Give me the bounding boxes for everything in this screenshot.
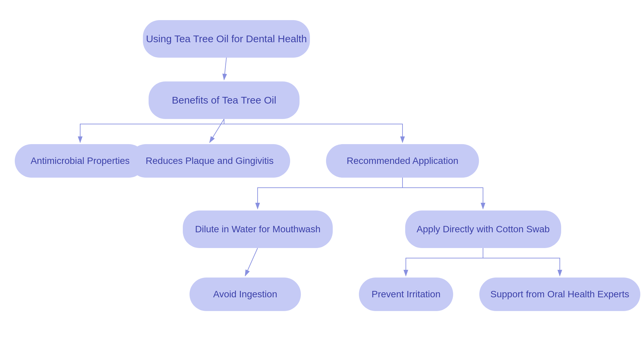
node-benefits: Benefits of Tea Tree Oil <box>149 81 300 119</box>
node-avoid: Avoid Ingestion <box>190 278 301 311</box>
node-root: Using Tea Tree Oil for Dental Health <box>143 20 310 58</box>
node-dilute: Dilute in Water for Mouthwash <box>183 210 333 248</box>
diagram-container: Using Tea Tree Oil for Dental Health Ben… <box>0 0 644 363</box>
svg-line-2 <box>210 119 224 142</box>
node-antimicrobial: Antimicrobial Properties <box>15 144 146 178</box>
node-apply: Apply Directly with Cotton Swab <box>405 210 561 248</box>
node-plaque: Reduces Plaque and Gingivitis <box>129 144 290 178</box>
node-support: Support from Oral Health Experts <box>479 278 640 311</box>
svg-line-3 <box>245 248 258 276</box>
node-prevent: Prevent Irritation <box>359 278 453 311</box>
node-recommended: Recommended Application <box>326 144 479 178</box>
svg-line-1 <box>224 58 226 80</box>
